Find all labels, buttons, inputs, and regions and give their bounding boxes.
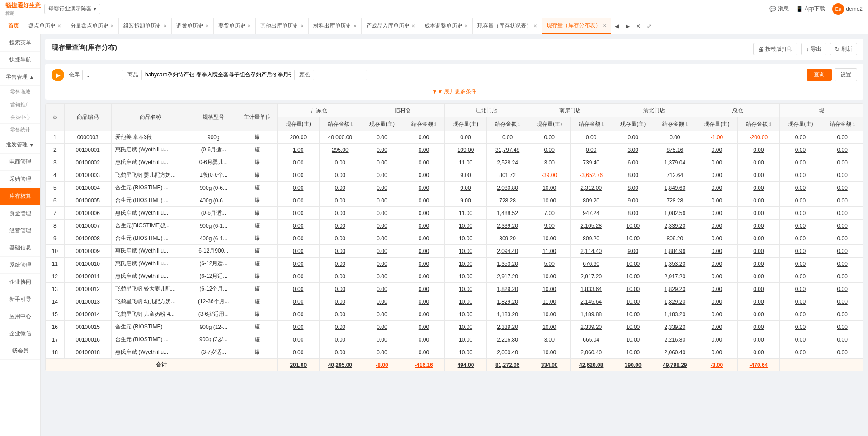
sidebar-item-system[interactable]: 系统管理 [0, 257, 40, 274]
num-cell[interactable]: 0.00 [319, 156, 361, 169]
num-cell[interactable]: 0.00 [403, 220, 445, 232]
num-cell[interactable]: 1,353.20 [486, 258, 528, 270]
info-icon[interactable]: ℹ [518, 122, 520, 127]
num-cell[interactable]: 0.00 [821, 220, 863, 232]
num-cell[interactable]: 2,080.80 [486, 182, 528, 194]
num-cell[interactable]: 0.00 [821, 346, 863, 359]
num-cell[interactable]: 7.00 [528, 207, 571, 220]
info-icon[interactable]: ℹ [686, 122, 688, 127]
num-cell[interactable]: 0.00 [779, 283, 821, 295]
num-cell[interactable]: 0.00 [528, 144, 571, 156]
num-cell[interactable]: 10.00 [445, 245, 487, 258]
num-cell[interactable]: 1,183.20 [654, 308, 696, 321]
close-icon[interactable]: ✕ [205, 23, 209, 28]
num-cell[interactable]: 728.28 [654, 194, 696, 207]
num-cell[interactable]: 0.00 [361, 131, 403, 144]
num-cell[interactable]: 11.00 [445, 207, 487, 220]
num-cell[interactable]: 2,917.20 [570, 270, 612, 283]
num-cell[interactable]: 0.00 [361, 258, 403, 270]
messages-btn[interactable]: 💬 消息 [769, 5, 789, 13]
num-cell[interactable]: 0.00 [361, 156, 403, 169]
num-cell[interactable]: 0.00 [361, 346, 403, 359]
num-cell[interactable]: 0.00 [696, 169, 738, 182]
num-cell[interactable]: 0.00 [319, 308, 361, 321]
num-cell[interactable]: 1,379.04 [654, 156, 696, 169]
num-cell[interactable]: 0.00 [361, 283, 403, 295]
num-cell[interactable]: 1,884.96 [654, 245, 696, 258]
num-cell[interactable]: 0.00 [779, 346, 821, 359]
num-cell[interactable]: 0.00 [361, 321, 403, 333]
num-cell[interactable]: 3.00 [528, 156, 571, 169]
sidebar-item-apps[interactable]: 应用中心 [0, 308, 40, 325]
num-cell[interactable]: -1.00 [696, 131, 738, 144]
num-cell[interactable]: 0.00 [738, 144, 780, 156]
num-cell[interactable]: 0.00 [779, 333, 821, 346]
print-button[interactable]: 🖨 按模版打印 [753, 43, 797, 55]
num-cell[interactable]: 0.00 [403, 194, 445, 207]
num-cell[interactable]: 809.20 [570, 194, 612, 207]
num-cell[interactable]: 11.00 [528, 295, 571, 308]
num-cell[interactable]: 10.00 [445, 270, 487, 283]
num-cell[interactable]: 0.00 [821, 232, 863, 245]
num-cell[interactable]: 0.00 [277, 207, 319, 220]
num-cell[interactable]: 8.00 [612, 169, 654, 182]
num-cell[interactable]: 0.00 [486, 131, 528, 144]
num-cell[interactable]: 2,528.24 [486, 156, 528, 169]
num-cell[interactable]: 31,797.48 [486, 144, 528, 156]
num-cell[interactable]: 809.20 [654, 232, 696, 245]
num-cell[interactable]: 2,105.28 [570, 220, 612, 232]
num-cell[interactable]: 2,339.20 [486, 321, 528, 333]
tab-assembly-history[interactable]: 组装拆卸单历史 ✕ [119, 18, 172, 34]
num-cell[interactable]: 0.00 [403, 169, 445, 182]
num-cell[interactable]: 0.00 [821, 169, 863, 182]
num-cell[interactable]: 0.00 [319, 207, 361, 220]
num-cell[interactable]: 10.00 [528, 194, 571, 207]
num-cell[interactable]: 0.00 [738, 220, 780, 232]
tab-prev-btn[interactable]: ◀ [611, 18, 622, 34]
info-icon[interactable]: ℹ [434, 122, 436, 127]
num-cell[interactable]: 0.00 [696, 321, 738, 333]
close-icon[interactable]: ✕ [163, 23, 167, 28]
num-cell[interactable]: 10.00 [445, 283, 487, 295]
num-cell[interactable]: 0.00 [738, 308, 780, 321]
info-icon[interactable]: ℹ [351, 122, 353, 127]
num-cell[interactable]: 0.00 [821, 245, 863, 258]
num-cell[interactable]: 0.00 [277, 182, 319, 194]
num-cell[interactable]: 10.00 [445, 295, 487, 308]
num-cell[interactable]: 2,060.40 [654, 346, 696, 359]
num-cell[interactable]: -200.00 [738, 131, 780, 144]
num-cell[interactable]: 0.00 [696, 245, 738, 258]
num-cell[interactable]: 1,189.88 [570, 308, 612, 321]
sidebar-item-marketing[interactable]: 营销推广 [0, 98, 40, 111]
num-cell[interactable]: 0.00 [277, 346, 319, 359]
num-cell[interactable]: 0.00 [403, 232, 445, 245]
sidebar-item-search[interactable]: 搜索英单 [0, 34, 40, 52]
num-cell[interactable]: 0.00 [696, 346, 738, 359]
num-cell[interactable]: 0.00 [403, 156, 445, 169]
num-cell[interactable]: 0.00 [696, 283, 738, 295]
num-cell[interactable]: 0.00 [403, 131, 445, 144]
num-cell[interactable]: 2,216.80 [654, 333, 696, 346]
num-cell[interactable]: 10.00 [612, 321, 654, 333]
num-cell[interactable]: 2,145.64 [570, 295, 612, 308]
color-input[interactable] [313, 70, 367, 80]
num-cell[interactable]: 295.00 [319, 144, 361, 156]
num-cell[interactable]: 0.00 [696, 156, 738, 169]
num-cell[interactable]: 2,114.40 [570, 245, 612, 258]
num-cell[interactable]: 0.00 [821, 270, 863, 283]
num-cell[interactable]: 0.00 [361, 232, 403, 245]
num-cell[interactable]: 10.00 [445, 220, 487, 232]
close-icon[interactable]: ✕ [247, 23, 251, 28]
search-expand-btn[interactable]: ▶ [52, 69, 64, 81]
tab-cost-adjustment[interactable]: 成本调整单历史 ✕ [420, 18, 473, 34]
num-cell[interactable]: 0.00 [277, 169, 319, 182]
num-cell[interactable]: 10.00 [612, 295, 654, 308]
num-cell[interactable]: 0.00 [738, 245, 780, 258]
tab-inventory-status[interactable]: 现存量（库存状况表） ✕ [473, 18, 542, 34]
info-icon[interactable]: ℹ [602, 122, 604, 127]
num-cell[interactable]: 0.00 [319, 283, 361, 295]
num-cell[interactable]: 0.00 [277, 333, 319, 346]
num-cell[interactable]: 0.00 [277, 194, 319, 207]
settings-button[interactable]: 设置 [835, 68, 857, 81]
num-cell[interactable]: 0.00 [821, 144, 863, 156]
